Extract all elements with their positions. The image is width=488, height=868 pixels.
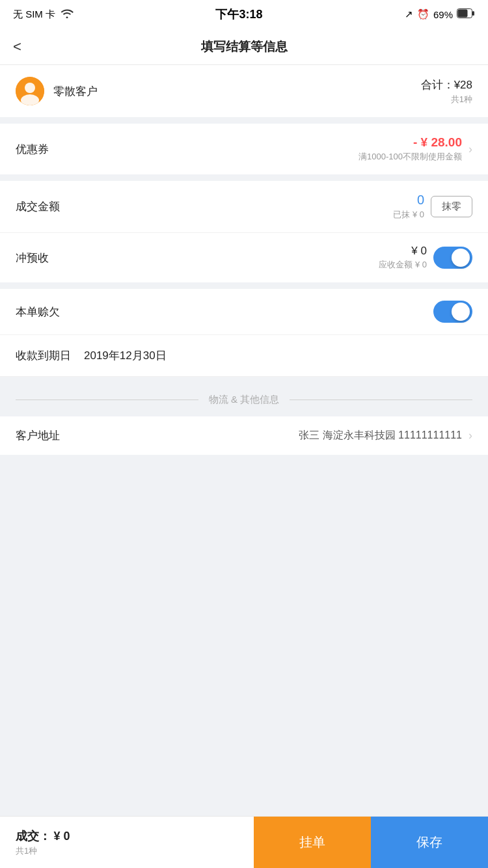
deal-amount-label: 成交金额 [16, 199, 60, 214]
debit-toggle-knob [452, 303, 470, 321]
coupon-label: 优惠券 [16, 142, 49, 157]
logistics-divider: 物流 & 其他信息 [0, 383, 488, 416]
coupon-sub: 满1000-100不限制使用金额 [359, 151, 462, 163]
deal-amount-sub: 已抹 ¥ 0 [393, 209, 424, 221]
due-date-value[interactable]: 2019年12月30日 [84, 348, 167, 363]
content: 零散客户 合计：¥28 共1种 优惠券 - ¥ 28.00 满1000-100不… [0, 65, 488, 520]
debit-section: 本单赊欠 收款到期日 2019年12月30日 [0, 289, 488, 377]
save-button[interactable]: 保存 [371, 817, 488, 869]
no-sim-text: 无 SIM 卡 [13, 8, 55, 21]
hang-button-label: 挂单 [299, 834, 325, 851]
deal-amount-value[interactable]: 0 [393, 193, 424, 208]
logistics-text: 物流 & 其他信息 [209, 394, 279, 406]
address-row[interactable]: 客户地址 张三 海淀永丰科技园 11111111111 › [0, 416, 488, 455]
pre-charge-toggle[interactable] [433, 247, 472, 269]
page-title: 填写结算等信息 [201, 38, 288, 55]
debit-toggle[interactable] [433, 301, 472, 323]
pre-charge-value: ¥ 0 [379, 245, 427, 258]
customer-total: 合计：¥28 [421, 77, 472, 92]
svg-rect-1 [457, 10, 467, 18]
debit-row: 本单赊欠 [0, 289, 488, 335]
bottom-info: 成交： ¥ 0 共1种 [0, 828, 254, 857]
save-button-label: 保存 [416, 834, 442, 851]
hang-button[interactable]: 挂单 [254, 817, 371, 869]
address-chevron-icon: › [468, 429, 472, 442]
debit-label: 本单赊欠 [16, 305, 60, 319]
status-left: 无 SIM 卡 [13, 8, 74, 21]
address-value: 张三 海淀永丰科技园 11111111111 [299, 429, 462, 442]
customer-avatar [16, 77, 44, 105]
bottom-deal-prefix: 成交： [16, 830, 51, 843]
due-date-label: 收款到期日 [16, 348, 71, 363]
customer-count: 共1种 [421, 94, 472, 105]
customer-section: 零散客户 合计：¥28 共1种 [0, 65, 488, 117]
due-date-row: 收款到期日 2019年12月30日 [0, 335, 488, 377]
bottom-deal-value: ¥ 0 [53, 830, 70, 843]
address-label: 客户地址 [16, 428, 60, 443]
address-right: 张三 海淀永丰科技园 11111111111 › [299, 429, 472, 442]
pre-charge-label: 冲预收 [16, 251, 49, 265]
logistics-line-right [290, 400, 472, 400]
battery-text: 69% [433, 9, 453, 20]
bottom-deal-label: 成交： ¥ 0 [16, 828, 238, 844]
customer-name: 零散客户 [53, 84, 98, 99]
back-button[interactable]: < [13, 38, 21, 55]
coupon-discount: - ¥ 28.00 [359, 135, 462, 150]
customer-summary: 合计：¥28 共1种 [421, 77, 472, 105]
pre-charge-sub: 应收金额 ¥ 0 [379, 259, 427, 271]
status-time: 下午3:18 [215, 7, 262, 22]
bottom-count: 共1种 [16, 845, 238, 857]
coupon-section: 优惠券 - ¥ 28.00 满1000-100不限制使用金额 › [0, 124, 488, 174]
wifi-icon [61, 8, 74, 20]
address-section: 客户地址 张三 海淀永丰科技园 11111111111 › [0, 416, 488, 455]
pre-charge-right: ¥ 0 应收金额 ¥ 0 [379, 245, 472, 271]
bottom-bar: 成交： ¥ 0 共1种 挂单 保存 [0, 816, 488, 868]
deal-section: 成交金额 0 已抹 ¥ 0 抹零 冲预收 ¥ 0 应收金额 ¥ 0 [0, 181, 488, 282]
nav-bar: < 填写结算等信息 [0, 29, 488, 65]
deal-amount-right: 0 已抹 ¥ 0 抹零 [393, 193, 472, 221]
round-zero-button[interactable]: 抹零 [431, 196, 472, 217]
location-icon: ↗ [405, 8, 413, 20]
debit-right [433, 301, 472, 323]
logistics-line-left [16, 400, 198, 400]
coupon-chevron-icon: › [468, 142, 472, 156]
svg-point-4 [25, 83, 35, 93]
status-right: ↗ ⏰ 69% [405, 8, 475, 20]
pre-charge-row: 冲预收 ¥ 0 应收金额 ¥ 0 [0, 233, 488, 282]
alarm-icon: ⏰ [417, 8, 429, 20]
coupon-row[interactable]: 优惠券 - ¥ 28.00 满1000-100不限制使用金额 › [0, 124, 488, 174]
status-bar: 无 SIM 卡 下午3:18 ↗ ⏰ 69% [0, 0, 488, 29]
coupon-right: - ¥ 28.00 满1000-100不限制使用金额 › [359, 135, 472, 163]
toggle-knob [452, 249, 470, 267]
battery-icon [457, 8, 475, 20]
svg-rect-2 [472, 11, 474, 16]
customer-left: 零散客户 [16, 77, 98, 105]
deal-amount-row: 成交金额 0 已抹 ¥ 0 抹零 [0, 181, 488, 233]
